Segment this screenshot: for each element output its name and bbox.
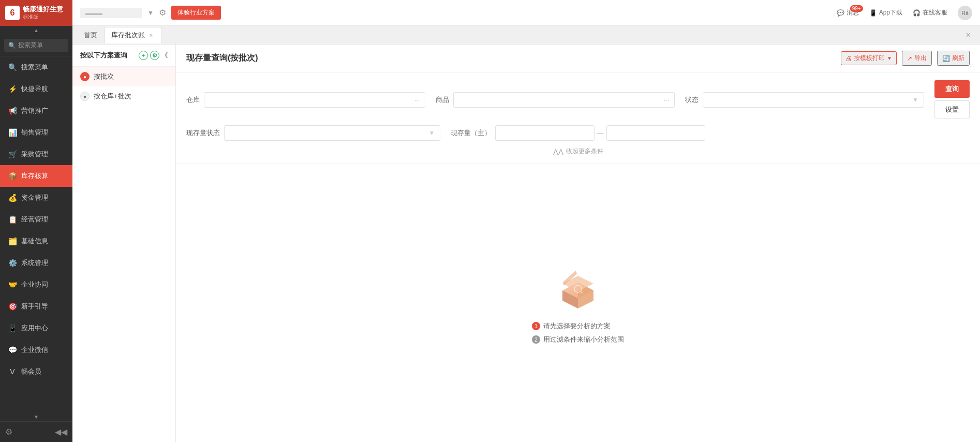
nav-icon-search: 🔍 xyxy=(8,63,17,72)
sidebar-item-enterprise[interactable]: 🤝企业协同 xyxy=(0,274,72,296)
stock-qty-filter: 现存量（主） — xyxy=(451,125,705,141)
search-menu-input[interactable]: 🔍 搜索菜单 xyxy=(4,39,68,52)
sidebar-item-inventory[interactable]: 📦库存核算 xyxy=(0,165,72,187)
user-avatar-item[interactable]: Rit xyxy=(958,6,972,20)
online-service-item[interactable]: 🎧 在线客服 xyxy=(913,8,947,17)
nav-label-purchase: 采购管理 xyxy=(21,150,48,159)
stock-qty-min[interactable] xyxy=(495,125,594,141)
product-filter: 商品 ··· xyxy=(436,92,675,108)
content-area: 按以下方案查询 + ⚙ 《 ● 按批次 ● 按仓库+批次 现存量查询(按批次) xyxy=(72,45,980,442)
nav-label-system: 系统管理 xyxy=(21,258,48,268)
scheme-icon-by-batch: ● xyxy=(80,72,90,81)
status-dropdown-icon: ▼ xyxy=(912,96,918,104)
tab-inventory-batch[interactable]: 库存批次账 × xyxy=(105,27,161,43)
collapse-icon[interactable]: ◀◀ xyxy=(55,427,67,437)
main-wrapper: ▬▬▬ ▼ ⚙ 体验行业方案 💬 消息 99+ 📱 App下载 🎧 在线客服 R… xyxy=(72,0,980,442)
scheme-label-by-batch: 按批次 xyxy=(94,72,114,81)
topbar-settings-icon[interactable]: ⚙ xyxy=(159,8,166,18)
nav-icon-finance: 💰 xyxy=(8,193,17,202)
stock-qty-label: 现存量（主） xyxy=(451,128,491,138)
stock-qty-sep: — xyxy=(597,129,604,137)
app-download-item[interactable]: 📱 App下载 xyxy=(869,8,902,17)
export-icon: ↗ xyxy=(907,55,912,62)
manage-scheme-btn[interactable]: ⚙ xyxy=(150,51,159,60)
sidebar-item-wechat[interactable]: 💬企业微信 xyxy=(0,339,72,361)
sidebar-search-area: 🔍 搜索菜单 xyxy=(0,35,72,56)
nav-icon-system: ⚙️ xyxy=(8,258,17,268)
warehouse-input[interactable]: ··· xyxy=(204,92,425,108)
sidebar-title-area: 畅康通好生意 标准版 xyxy=(23,5,63,21)
nav-label-wechat: 企业微信 xyxy=(21,345,48,355)
tab-home[interactable]: 首页 xyxy=(78,27,103,43)
sidebar-item-purchase[interactable]: 🛒采购管理 xyxy=(0,143,72,165)
sidebar-item-finance[interactable]: 💰资金管理 xyxy=(0,187,72,209)
tab-close-btn[interactable]: × xyxy=(147,32,155,39)
tabs-bar: 首页 库存批次账 × × xyxy=(72,26,980,45)
refresh-btn[interactable]: 🔄 刷新 xyxy=(937,51,970,66)
scheme-item-by-warehouse-batch[interactable]: ● 按仓库+批次 xyxy=(72,86,175,106)
warehouse-dots: ··· xyxy=(414,96,420,104)
sidebar-item-quicknav[interactable]: ⚡快捷导航 xyxy=(0,78,72,100)
sidebar-item-operations[interactable]: 📋经营管理 xyxy=(0,209,72,230)
sidebar-logo: 6 xyxy=(5,6,20,20)
online-service-icon: 🎧 xyxy=(913,9,920,17)
sidebar-version: 标准版 xyxy=(23,13,63,21)
nav-label-newbie: 新手引导 xyxy=(21,302,48,311)
filter-area: 仓库 ··· 商品 ··· 状态 xyxy=(176,72,980,164)
search-menu-label: 搜索菜单 xyxy=(18,41,43,50)
sidebar-item-vip[interactable]: V畅会员 xyxy=(0,361,72,382)
messages-item[interactable]: 💬 消息 99+ xyxy=(837,8,859,17)
sidebar-item-sales[interactable]: 📊销售管理 xyxy=(0,122,72,143)
topbar-dropdown-icon[interactable]: ▼ xyxy=(147,9,154,17)
sidebar-item-marketing[interactable]: 📢营销推广 xyxy=(0,100,72,122)
nav-icon-enterprise: 🤝 xyxy=(8,280,17,289)
scheme-item-by-batch[interactable]: ● 按批次 xyxy=(72,67,175,86)
topbar-search[interactable]: ▬▬▬ xyxy=(80,8,142,18)
empty-tips: 1 请先选择要分析的方案 2 用过滤条件来缩小分析范围 xyxy=(532,321,624,344)
sidebar-item-newbie[interactable]: 🎯新手引导 xyxy=(0,296,72,317)
app-download-icon: 📱 xyxy=(869,9,877,17)
collapse-bar[interactable]: ⋀⋀ 收起更多条件 xyxy=(186,147,970,156)
filter-row-1: 仓库 ··· 商品 ··· 状态 xyxy=(186,80,970,119)
print-dropdown-icon[interactable]: ▼ xyxy=(887,55,892,61)
scheme-list: ● 按批次 ● 按仓库+批次 xyxy=(72,67,175,106)
scheme-label-by-warehouse-batch: 按仓库+批次 xyxy=(94,92,131,101)
collapse-text: 收起更多条件 xyxy=(566,147,603,156)
sidebar-item-search[interactable]: 🔍搜索菜单 xyxy=(0,56,72,78)
nav-label-search: 搜索菜单 xyxy=(21,63,48,72)
settings-btn[interactable]: 设置 xyxy=(934,100,970,119)
sidebar-nav: 🔍搜索菜单⚡快捷导航📢营销推广📊销售管理🛒采购管理📦库存核算💰资金管理📋经营管理… xyxy=(0,56,72,412)
page-close-btn[interactable]: × xyxy=(962,31,975,40)
sidebar-item-basic[interactable]: 🗂️基础信息 xyxy=(0,230,72,252)
collapse-left-btn[interactable]: 《 xyxy=(161,51,168,60)
left-panel-header: 按以下方案查询 + ⚙ 《 xyxy=(72,45,175,67)
export-btn[interactable]: ↗ 导出 xyxy=(902,51,932,66)
query-btn[interactable]: 查询 xyxy=(934,80,970,98)
refresh-label: 刷新 xyxy=(952,54,964,63)
sidebar-item-appstore[interactable]: 📱应用中心 xyxy=(0,317,72,339)
filter-row-2: 现存量状态 ▼ 现存量（主） — xyxy=(186,125,970,141)
stock-status-select[interactable]: ▼ xyxy=(224,125,440,141)
scroll-up-arrow[interactable]: ▲ xyxy=(0,26,72,35)
print-btn[interactable]: 🖨 按模板打印 ▼ xyxy=(841,51,897,65)
status-select[interactable]: ▼ xyxy=(703,92,924,108)
product-input[interactable]: ··· xyxy=(453,92,675,108)
product-label: 商品 xyxy=(436,95,449,105)
stock-status-label: 现存量状态 xyxy=(186,128,220,138)
nav-label-basic: 基础信息 xyxy=(21,237,48,246)
scroll-down-arrow[interactable]: ▼ xyxy=(0,412,72,421)
settings-icon[interactable]: ⚙ xyxy=(5,427,12,437)
left-panel: 按以下方案查询 + ⚙ 《 ● 按批次 ● 按仓库+批次 xyxy=(72,45,176,442)
warehouse-filter: 仓库 ··· xyxy=(186,92,425,108)
add-scheme-btn[interactable]: + xyxy=(139,51,148,60)
experience-btn[interactable]: 体验行业方案 xyxy=(171,6,221,20)
action-buttons: 查询 设置 xyxy=(934,80,970,119)
nav-icon-appstore: 📱 xyxy=(8,323,17,333)
topbar-right: 💬 消息 99+ 📱 App下载 🎧 在线客服 Rit xyxy=(837,6,972,20)
export-label: 导出 xyxy=(914,54,927,63)
stock-qty-max[interactable] xyxy=(606,125,705,141)
avatar: Rit xyxy=(958,6,972,20)
nav-icon-basic: 🗂️ xyxy=(8,237,17,246)
collapse-up-icon: ⋀⋀ xyxy=(553,148,563,155)
sidebar-item-system[interactable]: ⚙️系统管理 xyxy=(0,252,72,274)
